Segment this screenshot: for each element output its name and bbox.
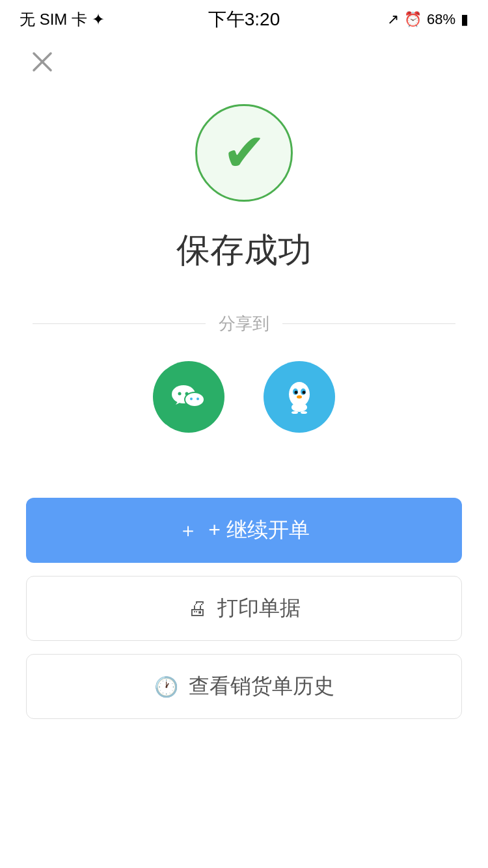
- svg-point-4: [185, 393, 204, 406]
- svg-point-15: [302, 390, 305, 394]
- action-buttons: ＋ + 继续开单 🖨 打印单据 🕐 查看销货单历史: [0, 498, 488, 719]
- svg-point-11: [291, 403, 307, 412]
- svg-point-18: [301, 411, 307, 414]
- battery-text: 68%: [427, 11, 455, 28]
- battery-icon: ▮: [461, 11, 468, 28]
- alarm-icon: ⏰: [404, 11, 422, 28]
- clock-icon: 🕐: [154, 675, 178, 698]
- wechat-share-button[interactable]: [153, 361, 224, 433]
- continue-label: + 继续开单: [208, 516, 310, 545]
- close-button[interactable]: [26, 46, 59, 78]
- svg-point-6: [185, 392, 188, 395]
- print-icon: 🖨: [187, 597, 207, 619]
- divider-right: [282, 323, 455, 324]
- status-left: 无 SIM 卡 ✦: [20, 9, 105, 30]
- share-icons: [153, 361, 335, 433]
- status-time: 下午3:20: [208, 7, 280, 32]
- svg-point-14: [294, 390, 297, 394]
- continue-button[interactable]: ＋ + 继续开单: [26, 498, 462, 563]
- svg-point-16: [297, 395, 302, 398]
- divider-left: [33, 323, 206, 324]
- plus-icon: ＋: [178, 517, 198, 544]
- svg-point-5: [178, 392, 181, 395]
- qq-icon: [278, 376, 321, 418]
- print-label: 打印单据: [217, 594, 301, 623]
- svg-point-7: [190, 398, 193, 400]
- share-label: 分享到: [206, 312, 282, 335]
- history-button[interactable]: 🕐 查看销货单历史: [26, 654, 462, 719]
- status-bar: 无 SIM 卡 ✦ 下午3:20 ↗ ⏰ 68% ▮: [0, 0, 488, 39]
- location-icon: ↗: [387, 11, 399, 28]
- svg-point-8: [197, 398, 199, 400]
- close-icon: [31, 50, 54, 74]
- check-icon: ✔: [223, 127, 266, 179]
- success-circle: ✔: [195, 104, 293, 202]
- success-title: 保存成功: [176, 228, 312, 273]
- svg-point-17: [291, 411, 298, 414]
- history-label: 查看销货单历史: [189, 672, 334, 701]
- wechat-icon: [168, 376, 210, 418]
- share-divider: 分享到: [0, 312, 488, 335]
- no-sim-text: 无 SIM 卡 ✦: [20, 9, 105, 30]
- status-right: ↗ ⏰ 68% ▮: [387, 11, 468, 28]
- main-content: ✔ 保存成功 分享到: [0, 39, 488, 719]
- share-section: 分享到: [0, 312, 488, 472]
- qq-share-button[interactable]: [264, 361, 335, 433]
- print-button[interactable]: 🖨 打印单据: [26, 576, 462, 641]
